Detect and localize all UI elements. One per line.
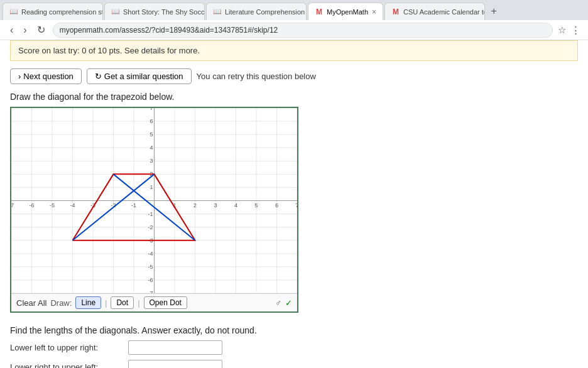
tab-literature[interactable]: 📖 Literature Comprehension Sh... × [206, 3, 307, 20]
question-section: Find the lengths of the diagonals. Answe… [10, 325, 578, 368]
tab-reading[interactable]: 📖 Reading comprehension stori × [3, 3, 103, 20]
lower-right-input[interactable] [128, 360, 222, 368]
url-box[interactable]: myopenmath.com/assess2/?cid=189493&aid=1… [53, 23, 553, 38]
back-button[interactable]: ‹ [8, 23, 16, 37]
menu-button[interactable]: ⋮ [571, 24, 580, 36]
address-bar: ‹ › ↻ myopenmath.com/assess2/?cid=189493… [0, 20, 588, 40]
retry-text: You can retry this question below [197, 72, 316, 81]
reset-icon[interactable]: ♂ [275, 298, 281, 308]
tab-icon-myopenmath: M [315, 8, 324, 16]
lower-right-label: Lower right to upper left: [10, 362, 123, 368]
question-title: Find the lengths of the diagonals. Answe… [10, 325, 578, 335]
graph-toolbar: Clear All Draw: Line | Dot | Open Dot ♂ … [11, 293, 297, 311]
tab-icon-shortstory: 📖 [111, 8, 120, 16]
open-dot-tool-button[interactable]: Open Dot [144, 296, 187, 309]
draw-instruction: Draw the diagonal for the trapezoid belo… [10, 92, 578, 102]
page-content: Score on last try: 0 of 10 pts. See deta… [0, 40, 588, 368]
lower-left-input[interactable] [128, 340, 222, 355]
refresh-icon-similar: ↻ [95, 72, 102, 81]
new-tab-button[interactable]: + [486, 3, 501, 20]
refresh-button[interactable]: ↻ [35, 23, 48, 37]
clear-all-button[interactable]: Clear All [16, 298, 46, 308]
next-question-button[interactable]: › Next question [10, 68, 82, 84]
tab-csu[interactable]: M CSU Academic Calendar to g... × [384, 3, 485, 20]
action-buttons: › Next question ↻ Get a similar question… [10, 68, 578, 84]
info-text: Score on last try: 0 of 10 pts. See deta… [18, 46, 200, 55]
lower-left-label: Lower left to upper right: [10, 343, 123, 352]
lower-right-row: Lower right to upper left: [10, 360, 578, 368]
info-bar: Score on last try: 0 of 10 pts. See deta… [10, 40, 578, 61]
tab-close-myopenmath[interactable]: × [372, 8, 376, 16]
line-tool-button[interactable]: Line [75, 296, 101, 309]
url-text: myopenmath.com/assess2/?cid=189493&aid=1… [60, 26, 278, 35]
bookmark-button[interactable]: ☆ [558, 24, 566, 36]
graph-container: Clear All Draw: Line | Dot | Open Dot ♂ … [10, 107, 298, 313]
tabs-bar: 📖 Reading comprehension stori × 📖 Short … [0, 0, 588, 20]
lower-left-row: Lower left to upper right: [10, 340, 578, 355]
tab-myopenmath[interactable]: M MyOpenMath × [308, 3, 383, 20]
draw-label: Draw: [50, 298, 72, 308]
separator2: | [138, 298, 139, 308]
tab-shortstory[interactable]: 📖 Short Story: The Shy Soccer S × [104, 3, 205, 20]
tab-icon-literature: 📖 [213, 8, 222, 16]
next-arrow-icon: › [18, 72, 21, 81]
graph-canvas[interactable] [11, 108, 297, 293]
separator1: | [105, 298, 107, 308]
get-similar-button[interactable]: ↻ Get a similar question [87, 68, 192, 84]
tab-icon-csu: M [391, 8, 400, 16]
forward-button[interactable]: › [21, 23, 29, 37]
check-icon: ✓ [285, 298, 292, 308]
dot-tool-button[interactable]: Dot [111, 296, 134, 309]
tab-icon-reading: 📖 [9, 8, 18, 16]
